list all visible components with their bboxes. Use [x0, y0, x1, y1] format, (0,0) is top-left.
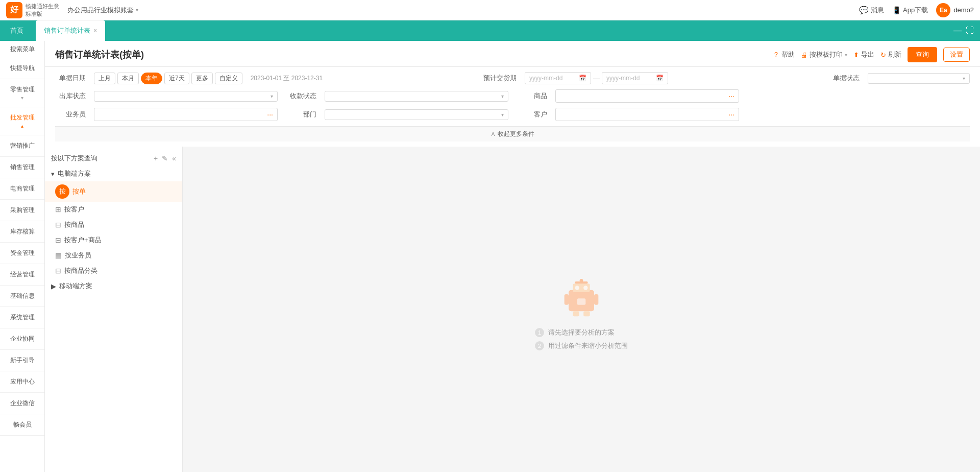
sidebar-item-inventory[interactable]: 库存核算	[0, 221, 44, 243]
refresh-btn[interactable]: ↻ 刷新	[880, 50, 901, 59]
customer-more-icon[interactable]: ···	[728, 110, 734, 119]
goods-input[interactable]: ···	[555, 89, 739, 103]
calendar-icon: 📅	[579, 75, 586, 82]
refresh-icon: ↻	[880, 51, 886, 59]
salesperson-input[interactable]: ···	[94, 108, 278, 121]
search-menu-btn[interactable]: 搜索菜单	[0, 41, 44, 58]
tree-item-order[interactable]: 按 按单	[45, 181, 182, 202]
tree-item-cust-goods[interactable]: ⊟ 按客户+商品	[45, 232, 182, 248]
svg-rect-6	[594, 294, 598, 305]
sidebar-item-marketing[interactable]: 营销推广	[0, 135, 44, 157]
tab-maximize-btn[interactable]: ⛶	[966, 26, 974, 35]
tab-sales-order[interactable]: 销售订单统计表 ×	[36, 20, 105, 41]
svg-rect-4	[577, 298, 586, 305]
current-year-btn[interactable]: 本年	[141, 73, 162, 84]
order-badge: 按	[55, 184, 69, 199]
department-select[interactable]: ▾	[325, 109, 508, 120]
more-date-btn[interactable]: 更多	[191, 73, 213, 84]
sidebar-item-purchase[interactable]: 采购管理	[0, 200, 44, 221]
sidebar-item-sales[interactable]: 销售管理	[0, 157, 44, 178]
tab-home[interactable]: 首页	[0, 20, 34, 41]
sidebar-item-member[interactable]: 畅会员	[0, 414, 44, 436]
user-name: demo2	[953, 6, 974, 14]
svg-point-10	[580, 279, 583, 282]
sidebar-item-wholesale[interactable]: 批发管理 ▴	[0, 107, 44, 135]
user-info[interactable]: Ea demo2	[936, 3, 974, 17]
sidebar-item-newuser[interactable]: 新手引导	[0, 350, 44, 371]
svg-rect-7	[573, 311, 579, 316]
collapse-bar[interactable]: ∧ 收起更多条件	[55, 126, 970, 141]
status-select[interactable]: ▾	[868, 73, 970, 84]
tip-num-2: 2	[535, 341, 544, 350]
avatar: Ea	[936, 3, 950, 17]
customer-label: 客户	[517, 110, 547, 119]
collapse-panel-btn[interactable]: «	[172, 154, 176, 162]
left-panel: 按以下方案查询 + ✎ « ▾ 电脑端方案 按 按单	[45, 147, 183, 472]
top-bar-right: 💬 消息 📱 App下载 Ea demo2	[859, 3, 974, 17]
right-panel: 1 请先选择要分析的方案 2 用过滤条件来缩小分析范围	[183, 147, 980, 472]
shipment-select[interactable]: ▾	[94, 91, 278, 102]
expected-date-start-input[interactable]: yyyy-mm-dd 📅	[525, 72, 591, 84]
sidebar-item-basicinfo[interactable]: 基础信息	[0, 286, 44, 307]
main-layout: 搜索菜单 快捷导航 零售管理 ▾ 批发管理 ▴ 营销推广 销售管理 电商管理 采…	[0, 41, 980, 472]
query-button[interactable]: 查询	[908, 47, 937, 62]
tab-bar: 首页 销售订单统计表 × — ⛶	[0, 20, 980, 41]
tree-parent-mobile[interactable]: ▶ 移动端方案	[45, 278, 182, 294]
app-download-btn[interactable]: 📱 App下载	[892, 6, 928, 15]
empty-tips: 1 请先选择要分析的方案 2 用过滤条件来缩小分析范围	[535, 328, 628, 350]
last7-btn[interactable]: 近7天	[164, 73, 189, 84]
date-btn-group: 上月 本月 本年 近7天 更多 自定义	[94, 73, 242, 84]
tree-parent-pc[interactable]: ▾ 电脑端方案	[45, 166, 182, 181]
header-actions: ？ 帮助 🖨 按模板打印 ▾ ⬆ 导出 ↻ 刷新 查询 设置	[773, 47, 970, 62]
sidebar-item-weixin[interactable]: 企业微信	[0, 393, 44, 414]
customer-input[interactable]: ···	[555, 108, 739, 121]
sidebar: 搜索菜单 快捷导航 零售管理 ▾ 批发管理 ▴ 营销推广 销售管理 电商管理 采…	[0, 41, 45, 472]
sidebar-item-quick-nav[interactable]: 快捷导航	[0, 58, 44, 79]
print-dropdown-icon[interactable]: ▾	[845, 52, 847, 58]
sidebar-item-system[interactable]: 系统管理	[0, 307, 44, 328]
left-panel-header: 按以下方案查询 + ✎ «	[45, 151, 182, 166]
last-month-btn[interactable]: 上月	[94, 73, 115, 84]
salesperson-icon: ▤	[55, 251, 62, 259]
message-btn[interactable]: 💬 消息	[859, 6, 884, 15]
tree-item-customer[interactable]: ⊞ 按客户	[45, 202, 182, 217]
empty-tip-2: 2 用过滤条件来缩小分析范围	[535, 341, 628, 350]
help-icon: ？	[773, 50, 779, 59]
sidebar-item-finance[interactable]: 资金管理	[0, 243, 44, 264]
tree-item-goods[interactable]: ⊟ 按商品	[45, 217, 182, 232]
status-label: 单据状态	[829, 74, 860, 83]
workspace-selector[interactable]: 办公用品行业模拟账套 ▾	[63, 6, 142, 15]
add-scheme-btn[interactable]: +	[154, 154, 158, 162]
date-range-text: 2023-01-01 至 2023-12-31	[251, 74, 323, 83]
date-label: 单据日期	[55, 74, 86, 83]
help-btn[interactable]: ？ 帮助	[773, 50, 795, 59]
export-btn[interactable]: ⬆ 导出	[853, 50, 874, 59]
tree-item-salesperson[interactable]: ▤ 按业务员	[45, 248, 182, 263]
edit-scheme-btn[interactable]: ✎	[162, 154, 168, 162]
receipt-select[interactable]: ▾	[325, 91, 508, 102]
sidebar-item-ecommerce[interactable]: 电商管理	[0, 178, 44, 200]
print-btn[interactable]: 🖨 按模板打印 ▾	[801, 50, 847, 59]
page-header: 销售订单统计表(按单) ？ 帮助 🖨 按模板打印 ▾ ⬆ 导出 ↻ 刷新	[45, 41, 980, 67]
salesperson-more-icon[interactable]: ···	[267, 110, 273, 119]
sidebar-item-appcenter[interactable]: 应用中心	[0, 371, 44, 393]
split-layout: 按以下方案查询 + ✎ « ▾ 电脑端方案 按 按单	[45, 147, 980, 472]
shipment-select-arrow-icon: ▾	[271, 93, 273, 99]
expected-date-end-input[interactable]: yyyy-mm-dd 📅	[602, 72, 668, 84]
sidebar-item-retail[interactable]: 零售管理 ▾	[0, 79, 44, 107]
this-month-btn[interactable]: 本月	[117, 73, 139, 84]
tip-num-1: 1	[535, 328, 544, 337]
message-icon: 💬	[859, 6, 869, 15]
sidebar-item-enterprise[interactable]: 企业协同	[0, 328, 44, 350]
custom-date-btn[interactable]: 自定义	[215, 73, 242, 84]
tree-item-goods-cat[interactable]: ⊟ 按商品分类	[45, 263, 182, 278]
top-bar: 好 畅捷通好生意 标准版 办公用品行业模拟账套 ▾ 💬 消息 📱 App下载 E…	[0, 0, 980, 20]
setting-button[interactable]: 设置	[943, 48, 970, 62]
goods-more-icon[interactable]: ···	[728, 92, 734, 100]
tab-close-icon[interactable]: ×	[93, 27, 97, 34]
filter-row-2: 出库状态 ▾ 收款状态 ▾ 商品 ···	[55, 89, 970, 103]
tab-minimize-btn[interactable]: —	[953, 26, 962, 35]
logo-icon: 好	[6, 2, 22, 18]
sidebar-item-operations[interactable]: 经营管理	[0, 264, 44, 286]
logo-text: 畅捷通好生意 标准版	[26, 3, 59, 18]
